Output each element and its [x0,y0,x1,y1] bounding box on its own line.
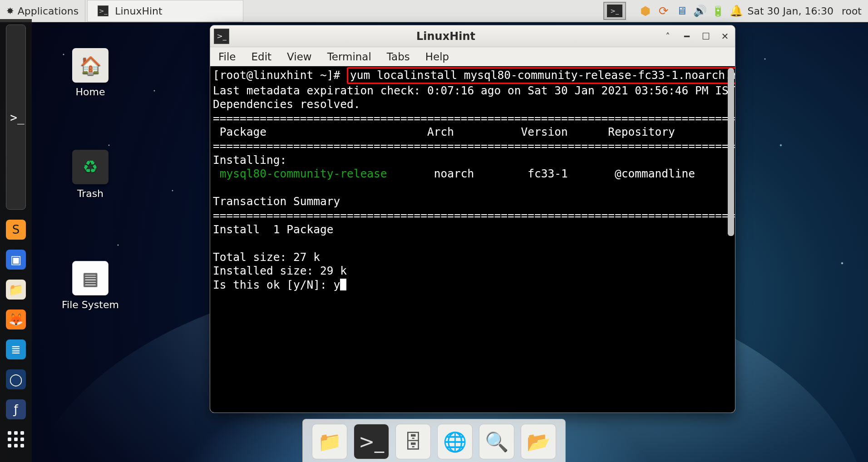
terminal-scrollbar[interactable] [728,68,734,236]
taskbar-item-label: LinuxHint [115,5,163,17]
dock-terminal-bottom[interactable]: >_ [354,424,389,459]
terminal-window: >_ LinuxHint ˄ ━ ☐ ✕ File Edit View Term… [210,25,735,413]
menu-tabs[interactable]: Tabs [387,51,410,63]
home-folder-icon: 🏠 [72,48,108,83]
quick-terminal-button[interactable]: >_ [603,2,626,20]
dock-fedora[interactable]: ƒ [6,399,26,419]
app-grid-button[interactable] [6,429,26,449]
user-label[interactable]: root [842,5,862,17]
display-icon[interactable]: 🖥 [675,4,689,18]
dock-folder[interactable]: 📂 [521,424,556,459]
terminal-rule: ========================================… [213,139,735,152]
trash-icon: ♻ [72,150,108,184]
terminal-line: Dependencies resolved. [213,98,360,111]
desktop-icon-home[interactable]: 🏠 Home [56,48,124,98]
menu-terminal[interactable]: Terminal [327,51,371,63]
terminal-command-highlight: yum localinstall mysql80-community-relea… [347,67,735,84]
applications-icon: ✸ [6,5,14,16]
applications-menu[interactable]: ✸ Applications [0,0,85,22]
dock-screenshot[interactable]: ▣ [6,250,26,270]
battery-icon[interactable]: 🔋 [711,4,725,18]
system-tray: >_ ⬢ ⟳ 🖥 🔊 🔋 🔔 Sat 30 Jan, 16:30 root [603,0,868,22]
package-name: mysql80-community-release [220,167,387,180]
window-shade-button[interactable]: ˄ [661,30,674,43]
window-minimize-button[interactable]: ━ [681,30,693,43]
clock[interactable]: Sat 30 Jan, 16:30 [748,5,833,17]
window-title: LinuxHint [234,30,658,43]
window-close-button[interactable]: ✕ [719,30,731,43]
dock-files[interactable]: 📁 [6,280,26,300]
terminal-rule: ========================================… [213,112,735,125]
dock-terminal[interactable]: >_ [6,25,26,210]
dock-disks[interactable]: 🗄 [395,424,431,459]
applications-label: Applications [18,5,79,17]
sync-icon[interactable]: ⟳ [657,4,671,18]
desktop-icon-filesystem[interactable]: ▤ File System [56,261,124,310]
panel-separator [85,0,85,22]
col-version: Version [521,125,568,138]
package-arch: noarch [434,167,474,180]
confirm-input: y [334,278,340,291]
taskbar-item-terminal[interactable]: >_ LinuxHint [87,0,243,22]
col-package: Package [220,125,266,138]
volume-icon[interactable]: 🔊 [693,4,707,18]
col-repo: Repository [608,125,675,138]
total-size-line: Total size: 27 k [213,251,320,264]
dock-sublime[interactable]: S [6,220,26,240]
install-count-line: Install 1 Package [213,223,334,236]
dock-search[interactable]: 🔍 [479,424,514,459]
desktop-icon-label: File System [56,299,124,310]
menu-edit[interactable]: Edit [252,51,272,63]
transaction-summary-label: Transaction Summary [213,195,340,208]
confirm-prompt: Is this ok [y/N]: [213,278,334,291]
menu-help[interactable]: Help [425,51,449,63]
notifications-icon[interactable]: 🔔 [730,4,743,18]
terminal-rule: ========================================… [213,209,735,222]
drive-icon: ▤ [72,261,108,295]
window-titlebar[interactable]: >_ LinuxHint ˄ ━ ☐ ✕ [210,25,735,47]
dock-virtualbox[interactable]: ◯ [6,369,26,389]
terminal-prompt: [root@linuxhint ~]# [213,69,340,82]
terminal-cursor [340,279,346,290]
desktop-icon-trash[interactable]: ♻ Trash [56,150,124,199]
dock-firefox[interactable]: 🦊 [6,310,26,329]
package-updates-icon[interactable]: ⬢ [639,4,652,18]
menu-view[interactable]: View [287,51,312,63]
terminal-menubar: File Edit View Terminal Tabs Help [210,47,735,66]
dock-documents[interactable]: 📁 [312,424,347,459]
menu-file[interactable]: File [218,51,236,63]
desktop-icon-label: Home [56,86,124,98]
terminal-icon: >_ [98,5,108,16]
bottom-dock: 📁 >_ 🗄 🌐 🔍 📂 [302,419,566,462]
package-repo: @commandline [615,167,695,180]
installing-label: Installing: [213,153,286,167]
left-dock: >_ S ▣ 📁 🦊 ≣ ◯ ƒ [0,19,32,462]
dock-web-browser[interactable]: 🌐 [437,424,473,459]
window-maximize-button[interactable]: ☐ [700,30,712,43]
col-arch: Arch [427,125,454,138]
terminal-line: Last metadata expiration check: 0:07:16 … [213,84,735,97]
top-panel: ✸ Applications >_ LinuxHint >_ ⬢ ⟳ 🖥 🔊 🔋… [0,0,868,22]
installed-size-line: Installed size: 29 k [213,264,347,277]
dock-writer[interactable]: ≣ [6,339,26,359]
window-app-icon: >_ [214,29,229,44]
package-version: fc33-1 [528,167,568,180]
terminal-output[interactable]: [root@linuxhint ~]# yum localinstall mys… [210,66,735,413]
desktop-icon-label: Trash [56,188,124,199]
terminal-icon: >_ [607,5,622,17]
